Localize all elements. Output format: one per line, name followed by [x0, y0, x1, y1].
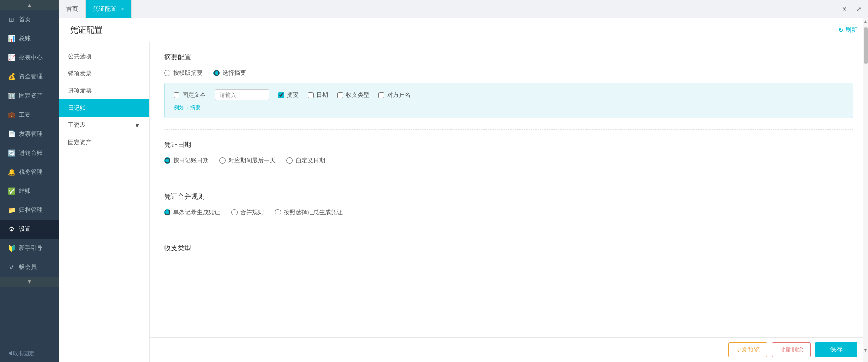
nav-item-purchase-invoice[interactable]: 进项发票: [59, 82, 149, 99]
sidebar-item-label: 设置: [19, 225, 31, 233]
select-aggregate-radio[interactable]: [275, 209, 281, 215]
voucher-date-title: 凭证日期: [164, 141, 853, 149]
income-expense-type-checkbox-label[interactable]: 收支类型: [337, 91, 369, 99]
unpin-label: ◀取消固定: [7, 350, 34, 357]
tab-bar: 首页 凭证配置 × ✕ ⤢: [59, 0, 868, 18]
content-layout: 公共选项 销项发票 进项发票 日记账 工资表 ▼: [59, 42, 868, 362]
nav-item-journal[interactable]: 日记账: [59, 99, 149, 117]
income-expense-type-checkbox[interactable]: [337, 92, 343, 98]
sidebar-item-home[interactable]: ⊞ 首页: [0, 10, 59, 29]
custom-date-label[interactable]: 自定义日期: [286, 157, 325, 165]
sidebar-item-label: 总账: [19, 34, 31, 43]
fixed-text-checkbox[interactable]: [174, 92, 179, 98]
sidebar-item-settings[interactable]: ⚙ 设置: [0, 220, 59, 239]
global-scrollbar[interactable]: ▲ ▼: [863, 18, 868, 362]
save-button[interactable]: 保存: [815, 342, 857, 357]
page-title: 凭证配置: [70, 24, 102, 35]
invoice-icon: 📄: [7, 130, 15, 137]
voucher-date-section: 凭证日期 按日记账日期 对应期间最后一天: [164, 141, 853, 181]
sidebar-item-archive[interactable]: 📁 归档管理: [0, 201, 59, 220]
vip-icon: V: [7, 264, 15, 271]
tab-controls: ✕ ⤢: [839, 5, 864, 14]
merge-rules-radio-group: 单条记录生成凭证 合并规则 按照选择汇总生成凭证: [164, 208, 853, 216]
by-journal-date-label[interactable]: 按日记账日期: [164, 157, 209, 165]
sidebar-item-guide[interactable]: 🔰 新手引导: [0, 239, 59, 258]
assets-icon: 🏢: [7, 92, 15, 99]
sidebar-item-funds[interactable]: 💰 资金管理: [0, 67, 59, 86]
merge-rules-title: 凭证合并规则: [164, 192, 853, 201]
sidebar-item-ledger[interactable]: 📊 总账: [0, 29, 59, 48]
sidebar-scroll-up[interactable]: ▲: [0, 0, 59, 10]
sidebar-item-reports[interactable]: 📈 报表中心: [0, 48, 59, 67]
tab-resize-button[interactable]: ⤢: [853, 5, 864, 14]
merge-rule-radio[interactable]: [231, 209, 238, 215]
tab-close-icon[interactable]: ×: [121, 6, 124, 12]
single-record-label[interactable]: 单条记录生成凭证: [164, 208, 220, 216]
scroll-thumb[interactable]: [864, 27, 868, 64]
income-expense-title: 收支类型: [164, 244, 853, 253]
date-checkbox[interactable]: [308, 92, 314, 98]
payroll-icon: 💼: [7, 111, 15, 118]
reports-icon: 📈: [7, 54, 15, 61]
refresh-icon: ↻: [839, 27, 844, 34]
counterpart-name-checkbox[interactable]: [378, 92, 384, 98]
archive-icon: 📁: [7, 206, 15, 214]
sidebar-item-purchase-sale[interactable]: 🔄 进销台账: [0, 143, 59, 162]
merge-rule-label[interactable]: 合并规则: [231, 208, 264, 216]
tab-home-label: 首页: [66, 5, 78, 13]
sidebar-item-invoice[interactable]: 📄 发票管理: [0, 124, 59, 143]
merge-rules-section: 凭证合并规则 单条记录生成凭证 合并规则: [164, 192, 853, 233]
template-summary-radio-label[interactable]: 按模版摘要: [164, 69, 203, 77]
summary-checkbox[interactable]: [278, 92, 284, 98]
nav-item-payroll-table[interactable]: 工资表 ▼: [59, 117, 149, 134]
update-preview-button[interactable]: 更新预览: [728, 342, 767, 357]
sidebar-item-label: 首页: [19, 15, 31, 24]
sidebar-unpin-button[interactable]: ◀取消固定: [0, 345, 59, 362]
sidebar-item-label: 新手引导: [19, 244, 43, 252]
sidebar-scroll-down[interactable]: ▼: [0, 277, 59, 287]
batch-delete-button[interactable]: 批量删除: [772, 342, 811, 357]
select-summary-radio-label[interactable]: 选择摘要: [213, 69, 246, 77]
custom-date-radio[interactable]: [286, 157, 293, 164]
home-icon: ⊞: [7, 16, 15, 23]
nav-item-fixed-assets[interactable]: 固定资产: [59, 134, 149, 151]
bottom-toolbar: 更新预览 批量删除 保存: [150, 337, 868, 362]
sidebar-item-tax[interactable]: 🔔 税务管理: [0, 162, 59, 181]
refresh-button[interactable]: ↻ 刷新: [839, 26, 857, 34]
scroll-up-arrow[interactable]: ▲: [863, 18, 868, 25]
sidebar-item-settlement[interactable]: ✅ 结账: [0, 181, 59, 201]
sidebar-item-label: 报表中心: [19, 54, 43, 62]
scroll-down-arrow[interactable]: ▼: [863, 347, 868, 353]
right-content: 摘要配置 按模版摘要 选择摘要: [150, 42, 868, 362]
guide-icon: 🔰: [7, 245, 15, 252]
fixed-text-input[interactable]: [215, 89, 269, 100]
select-summary-radio[interactable]: [213, 70, 220, 76]
page-wrapper: 凭证配置 ↻ 刷新 公共选项 销项发票 进项发票: [59, 18, 868, 362]
fixed-text-checkbox-label[interactable]: 固定文本: [174, 91, 206, 99]
sidebar-item-label: 固定资产: [19, 92, 43, 100]
by-journal-date-radio[interactable]: [164, 157, 170, 164]
sidebar-item-assets[interactable]: 🏢 固定资产: [0, 86, 59, 105]
last-day-period-label[interactable]: 对应期间最后一天: [219, 157, 276, 165]
sidebar-item-vip[interactable]: V 畅会员: [0, 258, 59, 277]
tab-voucher-config[interactable]: 凭证配置 ×: [86, 0, 132, 18]
sidebar-item-label: 税务管理: [19, 168, 43, 176]
single-record-radio[interactable]: [164, 209, 170, 215]
chevron-down-icon: ▼: [134, 122, 140, 129]
sidebar-item-label: 发票管理: [19, 130, 43, 138]
template-summary-radio[interactable]: [164, 70, 170, 76]
last-day-period-radio[interactable]: [219, 157, 226, 164]
summary-checkbox-label[interactable]: 摘要: [278, 91, 299, 99]
tab-home[interactable]: 首页: [59, 0, 86, 18]
nav-item-sales-invoice[interactable]: 销项发票: [59, 65, 149, 82]
summary-radio-group: 按模版摘要 选择摘要: [164, 69, 853, 77]
page-content: 凭证配置 ↻ 刷新 公共选项 销项发票 进项发票: [59, 18, 868, 362]
sidebar-item-payroll[interactable]: 💼 工资: [0, 105, 59, 124]
select-aggregate-label[interactable]: 按照选择汇总生成凭证: [275, 208, 343, 216]
nav-item-public[interactable]: 公共选项: [59, 48, 149, 65]
counterpart-name-checkbox-label[interactable]: 对方户名: [378, 91, 411, 99]
summary-section: 摘要配置 按模版摘要 选择摘要: [164, 53, 853, 130]
tab-close-button[interactable]: ✕: [839, 5, 850, 14]
date-checkbox-label[interactable]: 日期: [308, 91, 328, 99]
voucher-date-radio-group: 按日记账日期 对应期间最后一天 自定义日期: [164, 157, 853, 165]
